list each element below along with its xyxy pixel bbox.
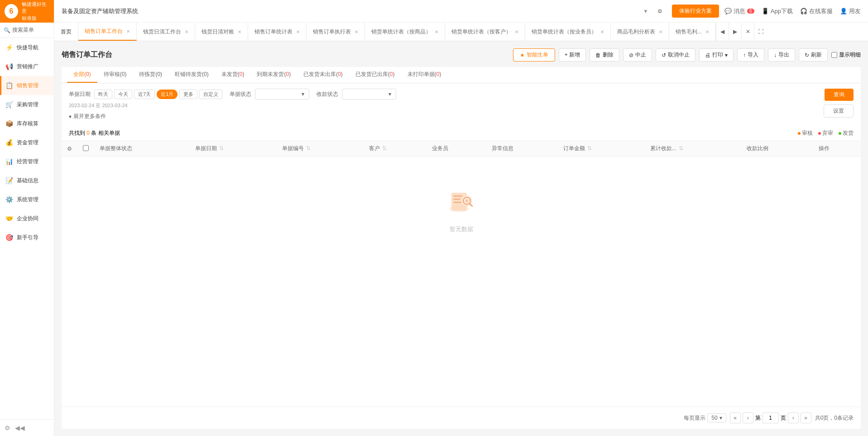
online-service-btn[interactable]: 🎧 在线客服 (800, 7, 833, 15)
page-size-dropdown[interactable]: 50 ▾ (707, 413, 726, 422)
query-btn[interactable]: 查询 (825, 89, 854, 101)
main-area: 装备及固定资产辅助管理系统 ▼ ⚙ 体验行业方案 💬 消息 6 📱 App下载 … (54, 0, 868, 436)
tab-sales-exec[interactable]: 销售订单执行表 ✕ (307, 23, 365, 41)
tab-sales-stat-product[interactable]: 销货单统计表（按商品） ✕ (365, 23, 445, 41)
print-btn[interactable]: 🖨 打印 ▾ (699, 48, 734, 62)
tab-profit-analysis[interactable]: 商品毛利分析表 ✕ (611, 23, 669, 41)
stop-btn[interactable]: ⊘ 中止 (623, 48, 652, 62)
tab-close-cash-reconcile[interactable]: ✕ (238, 29, 241, 34)
tab-close-customer[interactable]: ✕ (515, 29, 518, 34)
expand-btn[interactable]: ▾ 展开更多条件 (69, 113, 824, 120)
date-today[interactable]: 今天 (114, 90, 132, 99)
message-btn[interactable]: 💬 消息 6 (724, 7, 754, 15)
tab-close-sales-order[interactable]: ✕ (126, 29, 130, 34)
smart-btn[interactable]: ★ 智能生单 (513, 48, 555, 62)
tab-home[interactable]: 首页 (54, 23, 78, 41)
sub-tab-pending-review[interactable]: 待审核(0) (97, 67, 133, 83)
sub-tab-not-printed[interactable]: 未打印单据(0) (401, 67, 448, 83)
sidebar-item-quick-nav[interactable]: ⚡ 快捷导航 (0, 38, 54, 57)
import-btn[interactable]: ↑ 导入 (737, 48, 764, 62)
tab-close-more[interactable]: ✕ (705, 29, 709, 34)
sub-tab-pending-inspect[interactable]: 待拣货(0) (133, 67, 168, 83)
app-download-btn[interactable]: 📱 App下载 (762, 7, 793, 15)
show-detail-label[interactable]: 显示明细 (831, 51, 861, 59)
dropdown-arrow-icon[interactable]: ▼ (643, 8, 648, 14)
tab-cash-daily[interactable]: 钱货日清工作台 ✕ (137, 23, 195, 41)
col-salesperson[interactable]: 业务员 (427, 141, 486, 156)
col-doc-no[interactable]: 单据编号 ⇅ (277, 141, 364, 156)
sidebar-search[interactable]: 🔍 搜索菜单 (0, 23, 54, 38)
show-detail-checkbox[interactable] (831, 52, 837, 58)
select-all-checkbox[interactable] (83, 145, 89, 151)
sidebar-item-operations[interactable]: 📊 经营管理 (0, 152, 54, 171)
tab-close-all-btn[interactable]: ✕ (741, 23, 754, 41)
sub-tab-shipped-not-out[interactable]: 已发货未出库(0) (297, 67, 349, 83)
industry-btn[interactable]: 体验行业方案 (672, 5, 719, 18)
tab-next-btn[interactable]: ▶ (729, 23, 741, 41)
set-btn[interactable]: 设置 (824, 104, 854, 118)
status-select[interactable]: ▾ (255, 89, 309, 100)
cancel-stop-btn[interactable]: ↺ 取消中止 (656, 48, 695, 62)
tab-sales-stat-staff[interactable]: 销货单统计表（按业务员） ✕ (525, 23, 611, 41)
sidebar-item-finance[interactable]: 💰 资金管理 (0, 133, 54, 152)
tab-close-product[interactable]: ✕ (435, 29, 438, 34)
tab-close-profit[interactable]: ✕ (659, 29, 662, 34)
sidebar-item-cooperation[interactable]: 🤝 企业协同 (0, 209, 54, 228)
date-custom[interactable]: 自定义 (199, 90, 222, 99)
content-area: 销售订单工作台 ★ 智能生单 + 新增 🗑 删除 ⊘ 中止 ↺ 取消中止 (54, 41, 868, 436)
sub-tab-wangpu[interactable]: 旺铺待发货(0) (168, 67, 215, 83)
tab-prev-btn[interactable]: ◀ (716, 23, 729, 41)
tab-sales-more[interactable]: 销售毛利... ✕ (669, 23, 716, 41)
sidebar-item-inventory[interactable]: 📦 库存核算 (0, 114, 54, 133)
settings-button[interactable]: ⚙ (654, 5, 667, 18)
tab-close-cash-daily[interactable]: ✕ (185, 29, 188, 34)
logo-text: 畅捷通好生意 标准版 (22, 1, 49, 22)
basic-info-icon: 📝 (5, 176, 13, 185)
ship-btn[interactable]: 发货 (839, 129, 854, 137)
date-yesterday[interactable]: 昨天 (94, 90, 112, 99)
refresh-btn[interactable]: ↻ 刷新 (799, 48, 828, 62)
sidebar-item-purchase[interactable]: 🛒 采购管理 (0, 95, 54, 114)
prev-page-btn[interactable]: ‹ (743, 412, 753, 423)
tab-expand-btn[interactable]: ⛶ (754, 23, 767, 41)
last-page-btn[interactable]: » (801, 412, 811, 423)
export-btn[interactable]: ↓ 导出 (768, 48, 795, 62)
next-page-btn[interactable]: › (788, 412, 799, 423)
sub-tab-shipped-out[interactable]: 已发货已出库(0) (349, 67, 401, 83)
cancel-review-btn[interactable]: 弃审 (818, 129, 833, 137)
date-7days[interactable]: 近7天 (134, 90, 155, 99)
col-doc-date[interactable]: 单据日期 ⇅ (190, 141, 277, 156)
tab-close-sales-exec[interactable]: ✕ (355, 29, 358, 34)
sub-tab-not-shipped[interactable]: 未发货(0) (215, 67, 251, 83)
tab-close-staff[interactable]: ✕ (600, 29, 604, 34)
col-settings[interactable]: ⚙ (62, 141, 77, 156)
add-btn[interactable]: + 新增 (559, 48, 586, 62)
sidebar-item-system[interactable]: ⚙️ 系统管理 (0, 190, 54, 209)
sidebar-item-guide[interactable]: 🎯 新手引导 (0, 228, 54, 247)
col-customer[interactable]: 客户 ⇅ (364, 141, 427, 156)
first-page-btn[interactable]: « (730, 412, 741, 423)
sidebar-item-sales[interactable]: 📋 销售管理 (0, 76, 54, 95)
payment-select[interactable]: ▾ (342, 89, 396, 100)
sidebar-item-basic-info[interactable]: 📝 基础信息 (0, 171, 54, 190)
tab-sales-stats[interactable]: 销售订单统计表 ✕ (248, 23, 307, 41)
review-btn[interactable]: 审核 (798, 129, 813, 137)
sub-tab-overdue[interactable]: 到期未发货(0) (250, 67, 297, 83)
date-1month[interactable]: 近1月 (157, 90, 177, 99)
sub-tab-all[interactable]: 全部(0) (67, 67, 97, 83)
sidebar-item-marketing[interactable]: 📢 营销推广 (0, 57, 54, 76)
collapse-icon[interactable]: ◀◀ (15, 424, 25, 431)
settings-footer-icon[interactable]: ⚙ (5, 424, 10, 431)
user-btn[interactable]: 👤 用友 (840, 7, 861, 15)
sales-icon: 📋 (5, 81, 13, 90)
page-input[interactable] (762, 412, 779, 423)
delete-btn[interactable]: 🗑 删除 (590, 48, 619, 62)
col-checkbox[interactable] (77, 141, 94, 156)
tab-cash-reconcile[interactable]: 钱货日清对账 ✕ (195, 23, 248, 41)
tab-close-sales-stats[interactable]: ✕ (296, 29, 300, 34)
col-collected[interactable]: 累计收款... ⇅ (645, 141, 742, 156)
tab-sales-order[interactable]: 销售订单工作台 ✕ (78, 23, 137, 41)
tab-sales-stat-customer[interactable]: 销货单统计表（按客户） ✕ (445, 23, 525, 41)
date-more[interactable]: 更多 (179, 90, 197, 99)
col-amount[interactable]: 订单金额 ⇅ (558, 141, 645, 156)
